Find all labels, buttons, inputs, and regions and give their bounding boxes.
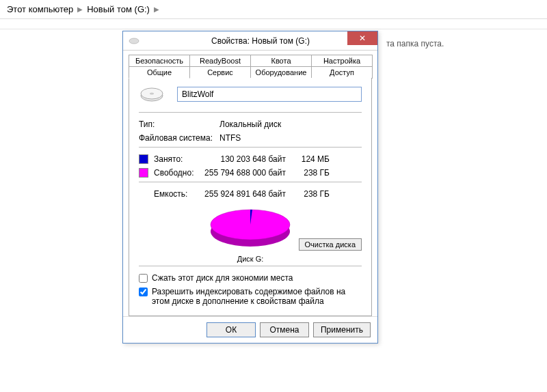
dialog-title: Свойства: Новый том (G:) [144, 36, 377, 46]
disk-icon [139, 86, 165, 102]
fs-label: Файловая система: [139, 133, 219, 143]
used-label: Занято: [154, 154, 203, 164]
dialog-button-bar: ОК Отмена Применить [123, 316, 377, 343]
properties-dialog: Свойства: Новый том (G:) ✕ Безопасность … [122, 31, 378, 344]
used-color-icon [139, 154, 148, 164]
volume-name-input[interactable] [177, 87, 362, 102]
compress-label[interactable]: Сжать этот диск для экономии места [152, 273, 293, 283]
svg-point-0 [129, 38, 139, 44]
drive-icon [129, 37, 139, 45]
breadcrumb-separator-icon: ▶ [77, 5, 83, 13]
breadcrumb-item[interactable]: Новый том (G:) [87, 4, 150, 14]
cancel-button[interactable]: Отмена [260, 322, 309, 337]
close-icon: ✕ [359, 33, 366, 43]
close-button[interactable]: ✕ [347, 31, 377, 45]
type-value: Локальный диск [219, 120, 281, 129]
tab-general[interactable]: Общие [129, 66, 190, 79]
used-human: 124 МБ [295, 154, 330, 164]
capacity-label: Емкость: [154, 189, 203, 199]
breadcrumb-item[interactable]: Этот компьютер [7, 4, 73, 14]
tab-tools[interactable]: Сервис [189, 66, 251, 79]
tab-sharing[interactable]: Доступ [311, 66, 373, 79]
ok-button[interactable]: ОК [206, 322, 256, 337]
pie-chart: Диск G: Очистка диска [139, 203, 362, 263]
capacity-human: 238 ГБ [295, 189, 330, 199]
fs-value: NTFS [219, 133, 241, 143]
used-bytes: 130 203 648 байт [203, 154, 295, 164]
type-label: Тип: [139, 120, 219, 129]
tab-hardware[interactable]: Оборудование [250, 66, 312, 79]
free-bytes: 255 794 688 000 байт [203, 168, 295, 178]
tab-security[interactable]: Безопасность [129, 55, 190, 66]
compress-checkbox[interactable] [139, 274, 148, 283]
tab-panel-general: Тип: Локальный диск Файловая система: NT… [129, 78, 372, 316]
apply-button[interactable]: Применить [313, 322, 371, 337]
tab-readyboost[interactable]: ReadyBoost [189, 55, 251, 66]
svg-point-3 [150, 93, 154, 95]
breadcrumb: Этот компьютер ▶ Новый том (G:) ▶ [0, 0, 547, 19]
index-label[interactable]: Разрешить индексировать содержимое файло… [152, 287, 362, 306]
pie-label: Диск G: [237, 255, 264, 263]
index-checkbox[interactable] [139, 288, 148, 296]
empty-folder-text: та папка пуста. [386, 39, 444, 48]
free-human: 238 ГБ [295, 168, 330, 178]
tab-customize[interactable]: Настройка [311, 55, 373, 66]
tab-quota[interactable]: Квота [250, 55, 312, 66]
free-color-icon [139, 168, 148, 178]
disk-cleanup-button[interactable]: Очистка диска [299, 238, 362, 251]
breadcrumb-separator-icon: ▶ [154, 5, 159, 13]
capacity-bytes: 255 924 891 648 байт [203, 189, 295, 199]
free-label: Свободно: [154, 168, 203, 178]
titlebar[interactable]: Свойства: Новый том (G:) ✕ [123, 31, 377, 51]
